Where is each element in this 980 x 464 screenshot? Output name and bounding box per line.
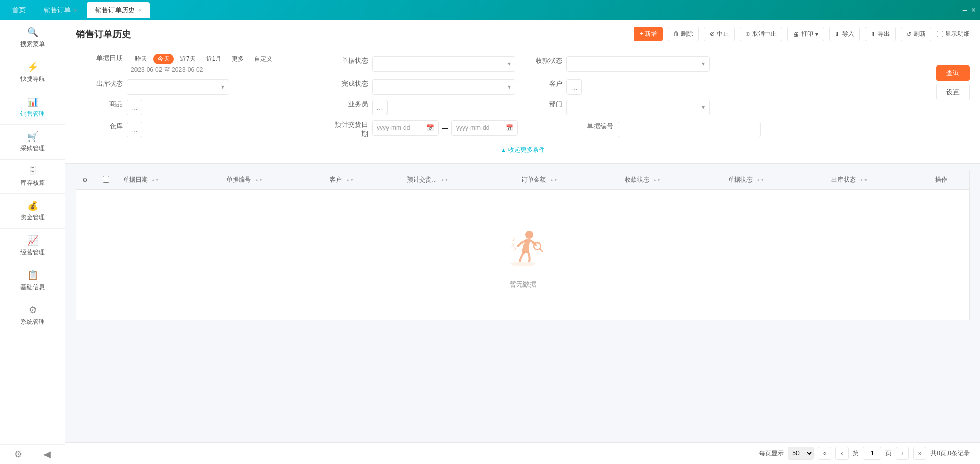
warehouse-picker-btn[interactable]: … <box>127 122 142 137</box>
sidebar-item-system-mgmt[interactable]: ⚙ 系统管理 <box>0 298 65 333</box>
th-date[interactable]: 单据日期 ▲▼ <box>117 170 220 190</box>
filter-row-2: 出库状态 ▾ 完成状态 ▾ 客户 <box>86 79 960 95</box>
cancel-stop-button[interactable]: ⊙ 取消中止 <box>740 27 782 41</box>
th-out-status[interactable]: 出库状态 ▲▼ <box>825 170 928 190</box>
warehouse-dots-icon: … <box>131 125 138 134</box>
order-number-input[interactable] <box>618 122 761 137</box>
close-button[interactable]: × <box>971 6 976 15</box>
goods-picker-btn[interactable]: … <box>127 100 142 115</box>
page-number-input[interactable] <box>863 447 881 460</box>
sidebar-settings-button[interactable]: ⚙ <box>14 449 22 460</box>
tab-sales-order-close[interactable]: × <box>74 7 77 13</box>
order-status-select[interactable]: ▾ <box>372 56 515 72</box>
complete-status-label: 完成状态 <box>331 79 372 89</box>
sidebar-item-operation-mgmt[interactable]: 📈 经营管理 <box>0 229 65 263</box>
th-settings[interactable]: ⚙ <box>76 170 97 190</box>
minimize-button[interactable]: – <box>963 6 967 15</box>
settings-button[interactable]: 设置 <box>936 84 970 100</box>
first-page-button[interactable]: « <box>818 447 831 460</box>
sidebar-item-purchase-mgmt[interactable]: 🛒 采购管理 <box>0 125 65 160</box>
delivery-from-input[interactable]: yyyy-mm-dd 📅 <box>372 120 439 136</box>
th-amount-label: 订单金额 <box>521 176 546 183</box>
sidebar-item-purchase-mgmt-label: 采购管理 <box>20 144 45 153</box>
tab-sales-history-close[interactable]: × <box>138 7 141 13</box>
stop-button[interactable]: ⊘ 中止 <box>704 27 734 41</box>
select-all-checkbox[interactable] <box>103 176 109 183</box>
tab-home[interactable]: 首页 <box>4 2 34 18</box>
show-detail-checkbox[interactable] <box>937 31 943 37</box>
th-ops: 操作 <box>929 170 970 190</box>
filter-warehouse-section: 仓库 … <box>86 122 331 137</box>
delivery-to-input[interactable]: yyyy-mm-dd 📅 <box>451 120 518 136</box>
prev-page-button[interactable]: ‹ <box>835 447 849 460</box>
outbound-status-label: 出库状态 <box>86 79 127 89</box>
outbound-status-arrow-icon: ▾ <box>221 83 224 91</box>
tab-sales-history[interactable]: 销售订单历史 × <box>87 2 149 18</box>
filter-outbound-section: 出库状态 ▾ <box>86 79 331 95</box>
yesterday-btn[interactable]: 昨天 <box>131 54 151 64</box>
table-header-row: ⚙ 单据日期 ▲▼ 单据编号 ▲▼ 客户 ▲▼ <box>76 170 970 190</box>
last7-btn[interactable]: 近7天 <box>176 54 200 64</box>
last-page-button[interactable]: » <box>913 447 926 460</box>
filter-row-3: 商品 … 业务员 … 部门 <box>86 100 960 115</box>
query-buttons-area: 查询 设置 <box>936 65 970 100</box>
today-btn[interactable]: 今天 <box>153 54 174 64</box>
next-page-button[interactable]: › <box>896 447 909 460</box>
th-amount[interactable]: 订单金额 ▲▼ <box>515 170 619 190</box>
outbound-status-select[interactable]: ▾ <box>127 79 229 95</box>
custom-btn[interactable]: 自定义 <box>250 54 277 64</box>
sort-pay-status-icon: ▲▼ <box>653 178 661 182</box>
customer-label: 客户 <box>526 79 566 89</box>
sidebar-item-quick-nav[interactable]: ⚡ 快捷导航 <box>0 55 65 90</box>
delivery-label: 预计交货日期 <box>331 120 372 139</box>
sidebar-collapse-button[interactable]: ◀ <box>43 449 51 460</box>
refresh-button[interactable]: ↺ 刷新 <box>901 27 931 41</box>
sidebar-item-search-menu[interactable]: 🔍 搜索菜单 <box>0 20 65 55</box>
sidebar-item-inventory-calc-label: 库存核算 <box>20 179 45 187</box>
export-button[interactable]: ⬆ 导出 <box>865 27 896 41</box>
total-label: 共0页,0条记录 <box>930 449 970 458</box>
filter-order-status-section: 单据状态 ▾ <box>331 56 526 72</box>
last1m-btn[interactable]: 近1月 <box>202 54 226 64</box>
query-button[interactable]: 查询 <box>936 65 970 81</box>
collapse-row[interactable]: ▲ 收起更多条件 <box>86 144 960 157</box>
new-button[interactable]: + 新增 <box>634 27 663 41</box>
data-table: ⚙ 单据日期 ▲▼ 单据编号 ▲▼ 客户 ▲▼ <box>76 170 970 320</box>
goods-dots-icon: … <box>131 103 138 112</box>
more-btn[interactable]: 更多 <box>227 54 248 64</box>
show-detail-toggle[interactable]: 显示明细 <box>937 30 970 38</box>
customer-picker-btn[interactable]: … <box>566 79 582 95</box>
print-arrow-icon: ▾ <box>815 31 818 38</box>
th-number-label: 单据编号 <box>226 176 251 183</box>
sidebar-item-sales-mgmt[interactable]: 📊 销售管理 <box>0 90 65 125</box>
sidebar-item-inventory-calc[interactable]: 🗄 库存核算 <box>0 160 65 194</box>
th-customer[interactable]: 客户 ▲▼ <box>324 170 401 190</box>
filter-complete-section: 完成状态 ▾ <box>331 79 526 95</box>
sidebar-item-capital-mgmt[interactable]: 💰 资金管理 <box>0 194 65 229</box>
export-icon: ⬆ <box>871 31 876 38</box>
salesperson-picker-btn[interactable]: … <box>372 100 388 115</box>
date-range-text: 2023-06-02 至 2023-06-02 <box>131 66 203 73</box>
sidebar-item-basic-info[interactable]: 📋 基础信息 <box>0 263 65 298</box>
th-number[interactable]: 单据编号 ▲▼ <box>220 170 324 190</box>
sort-amount-icon: ▲▼ <box>550 178 558 182</box>
complete-status-select[interactable]: ▾ <box>372 79 515 95</box>
tab-sales-order[interactable]: 销售订单 × <box>36 2 85 18</box>
th-pay-status[interactable]: 收款状态 ▲▼ <box>619 170 722 190</box>
warehouse-label: 仓库 <box>86 122 127 131</box>
th-checkbox[interactable] <box>97 170 117 190</box>
th-order-status[interactable]: 单据状态 ▲▼ <box>722 170 825 190</box>
operation-mgmt-icon: 📈 <box>27 235 38 246</box>
empty-cell: 暂无数据 <box>76 190 970 320</box>
import-button[interactable]: ⬇ 导入 <box>829 27 860 41</box>
page-size-select[interactable]: 10 20 50 100 <box>788 447 814 460</box>
page-title: 销售订单历史 <box>76 28 131 40</box>
pay-status-select[interactable]: ▾ <box>566 56 710 72</box>
th-delivery[interactable]: 预计交货... ▲▼ <box>401 170 515 190</box>
dept-select[interactable]: ▾ <box>566 100 710 115</box>
sort-number-icon: ▲▼ <box>255 178 263 182</box>
delete-button[interactable]: 🗑 删除 <box>668 27 699 41</box>
print-button[interactable]: 🖨 打印 ▾ <box>787 27 824 41</box>
filter-dept-section: 部门 ▾ <box>526 100 720 115</box>
empty-state-illustration <box>497 220 549 272</box>
